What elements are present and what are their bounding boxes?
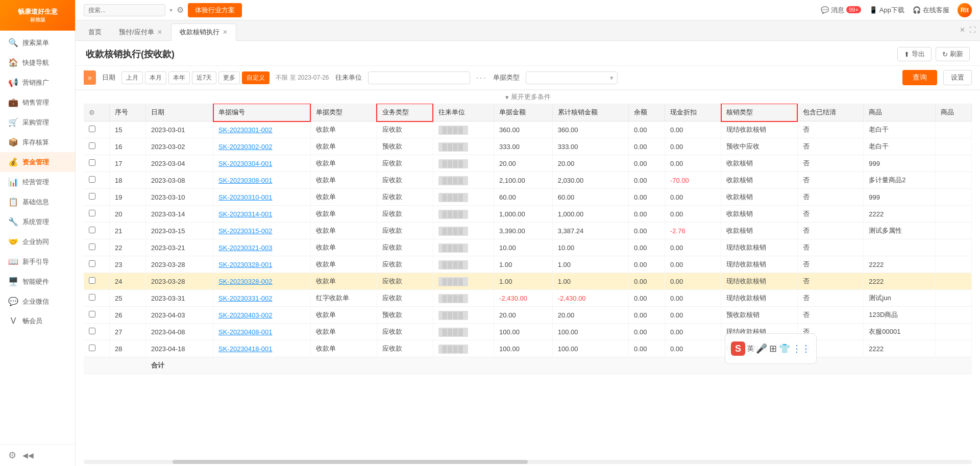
- doc-link[interactable]: SK-20230331-002: [218, 295, 273, 302]
- sidebar-item-label: 基础信息: [22, 198, 49, 207]
- date-btn-本月[interactable]: 本月: [145, 71, 166, 84]
- date-btn-更多[interactable]: 更多: [218, 71, 240, 84]
- cell-doc_no[interactable]: SK-20230302-002: [213, 138, 311, 155]
- tab-close-icon[interactable]: ✕: [223, 29, 228, 36]
- doc-link[interactable]: SK-20230328-001: [218, 261, 273, 268]
- refresh-button[interactable]: ↻ 刷新: [936, 47, 970, 61]
- expand-more-bar[interactable]: ▾ 展开更多条件: [76, 90, 980, 104]
- date-btn-近7天[interactable]: 近7天: [192, 71, 217, 84]
- doc-link[interactable]: SK-20230418-001: [218, 345, 273, 353]
- row-checkbox[interactable]: [89, 227, 95, 233]
- cell-doc_no[interactable]: SK-20230331-002: [213, 290, 311, 307]
- tab-close-icon[interactable]: ✕: [157, 29, 162, 36]
- top-search-input[interactable]: [84, 4, 165, 16]
- cell-doc_no[interactable]: SK-20230301-002: [213, 121, 311, 138]
- doc-type-select[interactable]: [526, 71, 618, 84]
- tab-prepay-invoice[interactable]: 预付/应付单✕: [110, 23, 171, 41]
- online-service-item[interactable]: 🎧 在线客服: [913, 6, 949, 15]
- collapse-icon[interactable]: ◀◀: [22, 451, 34, 459]
- cell-doc_no[interactable]: SK-20230310-001: [213, 189, 311, 206]
- apps-icon[interactable]: ⋮⋮: [792, 343, 811, 354]
- sidebar-item-search[interactable]: 🔍搜索菜单: [0, 33, 75, 53]
- col-header-balance: 余额: [629, 104, 665, 121]
- partner-name: ████: [438, 159, 468, 168]
- sidebar-item-system[interactable]: 🔧系统管理: [0, 212, 75, 232]
- row-checkbox[interactable]: [89, 193, 95, 200]
- cell-doc_no[interactable]: SK-20230408-001: [213, 324, 311, 340]
- shirt-icon[interactable]: 👕: [779, 343, 790, 354]
- close-tab-icon[interactable]: ✕: [960, 26, 965, 34]
- cell-doc_no[interactable]: SK-20230304-001: [213, 155, 311, 172]
- mic-icon[interactable]: 🎤: [756, 343, 767, 354]
- row-checkbox[interactable]: [89, 328, 95, 334]
- partner-dots[interactable]: ···: [476, 72, 487, 83]
- settings-icon[interactable]: ⚙: [8, 450, 16, 461]
- settings-button[interactable]: 设置: [943, 70, 972, 85]
- date-btn-上月[interactable]: 上月: [121, 71, 143, 84]
- row-checkbox[interactable]: [89, 260, 95, 267]
- maximize-icon[interactable]: ⛶: [969, 26, 976, 34]
- sidebar-item-hardware[interactable]: 🖥️智能硬件: [0, 272, 75, 291]
- cell-doc_no[interactable]: SK-20230328-002: [213, 273, 311, 290]
- sidebar-item-quick-nav[interactable]: 🏠快捷导航: [0, 53, 75, 72]
- sidebar-item-sales[interactable]: 💼销售管理: [0, 92, 75, 112]
- cell-doc_no[interactable]: SK-20230314-001: [213, 206, 311, 223]
- date-btn-本年[interactable]: 本年: [168, 71, 190, 84]
- avatar[interactable]: Rit: [958, 3, 972, 17]
- table-settings-icon[interactable]: ⚙: [89, 109, 95, 116]
- row-checkbox[interactable]: [89, 277, 95, 284]
- row-checkbox[interactable]: [89, 294, 95, 301]
- doc-link[interactable]: SK-20230328-002: [218, 278, 273, 285]
- doc-link[interactable]: SK-20230302-002: [218, 143, 273, 151]
- industry-solution-button[interactable]: 体验行业方案: [188, 3, 242, 17]
- doc-link[interactable]: SK-20230315-002: [218, 227, 273, 235]
- settings-gear-icon[interactable]: ⚙: [177, 5, 184, 15]
- horizontal-scrollbar[interactable]: [84, 460, 972, 464]
- doc-link[interactable]: SK-20230308-001: [218, 177, 273, 184]
- partner-input[interactable]: [368, 71, 470, 84]
- app-download-item[interactable]: 📱 App下载: [869, 6, 904, 15]
- sidebar-item-wechat[interactable]: 💬企业微信: [0, 291, 75, 311]
- row-checkbox[interactable]: [89, 159, 95, 166]
- dropdown-arrow-icon[interactable]: ▾: [169, 7, 173, 14]
- cell-doc_no[interactable]: SK-20230315-002: [213, 223, 311, 239]
- row-checkbox[interactable]: [89, 126, 95, 132]
- filter-expand-button[interactable]: »: [84, 70, 96, 85]
- sidebar-item-operations[interactable]: 📊经营管理: [0, 172, 75, 192]
- row-checkbox[interactable]: [89, 176, 95, 183]
- row-checkbox[interactable]: [89, 243, 95, 250]
- export-button[interactable]: ⬆ 导出: [897, 47, 932, 61]
- grid-icon[interactable]: ⊞: [769, 343, 777, 354]
- doc-link[interactable]: SK-20230304-001: [218, 160, 273, 167]
- row-checkbox[interactable]: [89, 345, 95, 351]
- cell-doc_no[interactable]: SK-20230418-001: [213, 340, 311, 357]
- sidebar-item-member[interactable]: V畅会员: [0, 311, 75, 331]
- tab-receipt-exec[interactable]: 收款核销执行✕: [171, 23, 236, 41]
- cell-doc_no[interactable]: SK-20230321-003: [213, 239, 311, 256]
- doc-link[interactable]: SK-20230403-002: [218, 311, 273, 319]
- cell-doc_no[interactable]: SK-20230328-001: [213, 256, 311, 273]
- row-checkbox[interactable]: [89, 142, 95, 149]
- sidebar-item-basic[interactable]: 📋基础信息: [0, 192, 75, 212]
- sidebar-item-finance[interactable]: 💰资金管理: [0, 152, 75, 172]
- doc-link[interactable]: SK-20230301-002: [218, 126, 273, 134]
- query-button[interactable]: 查询: [902, 70, 937, 85]
- cell-doc_type: 红字收款单: [310, 290, 377, 307]
- sidebar-item-inventory[interactable]: 📦库存核算: [0, 132, 75, 152]
- messages-item[interactable]: 💬 消息 99+: [821, 6, 861, 15]
- doc-link[interactable]: SK-20230310-001: [218, 193, 273, 201]
- doc-link[interactable]: SK-20230321-003: [218, 244, 273, 252]
- date-btn-custom[interactable]: 自定义: [242, 71, 270, 84]
- doc-link[interactable]: SK-20230314-001: [218, 210, 273, 218]
- doc-link[interactable]: SK-20230408-001: [218, 328, 273, 336]
- row-checkbox[interactable]: [89, 311, 95, 317]
- tab-home[interactable]: 首页: [80, 23, 110, 41]
- sidebar-item-marketing[interactable]: 📢营销推广: [0, 72, 75, 92]
- cell-doc_no[interactable]: SK-20230308-001: [213, 172, 311, 189]
- sidebar-item-guide[interactable]: 📖新手引导: [0, 252, 75, 272]
- cell-doc_no[interactable]: SK-20230403-002: [213, 307, 311, 324]
- sidebar-item-collab[interactable]: 🤝企业协同: [0, 232, 75, 252]
- cell-doc_type: 收款单: [310, 155, 377, 172]
- row-checkbox[interactable]: [89, 210, 95, 216]
- sidebar-item-purchase[interactable]: 🛒采购管理: [0, 112, 75, 132]
